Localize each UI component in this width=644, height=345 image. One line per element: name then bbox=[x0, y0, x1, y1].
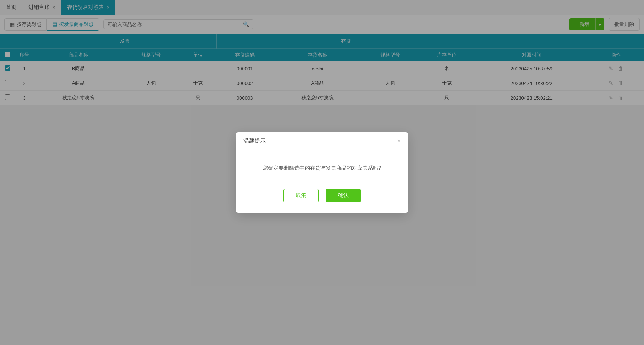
modal-overlay: 温馨提示 × 您确定要删除选中的存货与发票商品的对应关系吗? 取消 确认 bbox=[0, 0, 644, 105]
